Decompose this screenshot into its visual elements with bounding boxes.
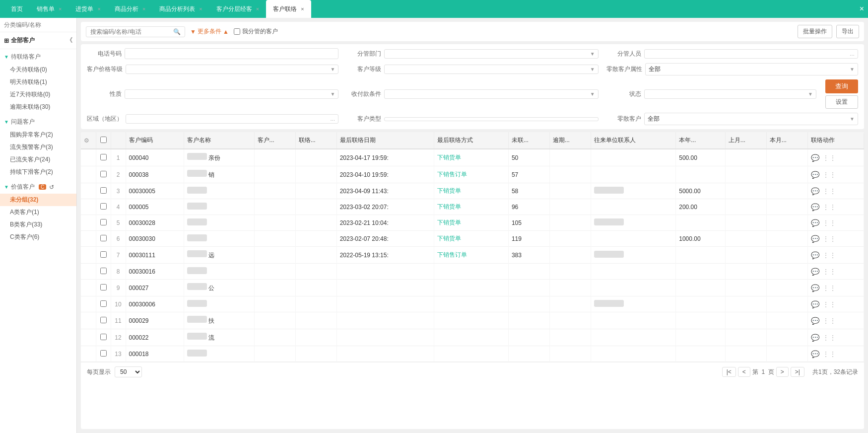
price-level-select[interactable]: ▼: [126, 65, 338, 74]
my-customers-check[interactable]: [234, 28, 240, 35]
last-page-button[interactable]: >|: [791, 367, 804, 377]
section-problem-title[interactable]: ▼ 问题客户: [0, 115, 76, 129]
sidebar-item-ungrouped[interactable]: 未分组(32): [0, 194, 76, 206]
status-select[interactable]: ▼: [644, 89, 816, 99]
td-method-link[interactable]: 下销货单: [437, 219, 461, 226]
row-checkbox-11[interactable]: [100, 334, 107, 340]
action-chat-icon[interactable]: 💬: [811, 251, 819, 259]
sidebar-search-input[interactable]: [4, 21, 77, 28]
zero-attr-select[interactable]: 全部 ▼: [645, 63, 858, 75]
action-grid-icon[interactable]: ⋮⋮: [822, 284, 836, 292]
filter-search-input[interactable]: [90, 28, 171, 35]
more-conditions-button[interactable]: ▼ 更多条件 ▲: [190, 27, 229, 36]
td-method-link[interactable]: 下销货单: [437, 203, 461, 210]
sidebar-item-tomorrow[interactable]: 明天待联络(1): [0, 76, 76, 88]
person-select[interactable]: …: [644, 49, 858, 59]
section-value-title[interactable]: ▼ 价值客户 C ↺: [0, 180, 76, 194]
th-name[interactable]: 客户名称: [184, 132, 254, 149]
sidebar-item-declining[interactable]: 持续下滑客户(2): [0, 166, 76, 178]
row-checkbox-10[interactable]: [100, 317, 107, 323]
sidebar-item-lost[interactable]: 已流失客户(24): [0, 153, 76, 166]
close-purchase-icon[interactable]: ×: [97, 6, 100, 12]
sidebar-collapse-icon[interactable]: 《: [67, 36, 72, 45]
tab-purchase[interactable]: 进货单 ×: [68, 0, 107, 18]
next-page-button[interactable]: >: [776, 367, 789, 377]
sidebar-item-class-c[interactable]: C类客户(6): [0, 231, 76, 243]
sidebar-item-7days[interactable]: 近7天待联络(0): [0, 88, 76, 101]
sidebar-item-overdue[interactable]: 逾期未联络(30): [0, 101, 76, 113]
phone-input[interactable]: [125, 48, 338, 59]
action-chat-icon[interactable]: 💬: [811, 334, 819, 342]
action-chat-icon[interactable]: 💬: [811, 268, 819, 276]
action-chat-icon[interactable]: 💬: [811, 284, 819, 292]
tab-product-analysis[interactable]: 商品分析 ×: [108, 0, 152, 18]
th-code[interactable]: 客户编码: [126, 132, 184, 149]
action-grid-icon[interactable]: ⋮⋮: [822, 300, 836, 308]
area-select[interactable]: …: [126, 114, 338, 124]
action-chat-icon[interactable]: 💬: [811, 203, 819, 211]
action-grid-icon[interactable]: ⋮⋮: [822, 154, 836, 162]
row-checkbox-5[interactable]: [100, 235, 107, 241]
action-chat-icon[interactable]: 💬: [811, 350, 819, 358]
action-grid-icon[interactable]: ⋮⋮: [822, 203, 836, 211]
action-grid-icon[interactable]: ⋮⋮: [822, 187, 836, 195]
th-not-contacted[interactable]: 未联...: [508, 132, 549, 149]
sidebar-item-abnormal[interactable]: 囤购异常客户(2): [0, 129, 76, 141]
zero-customer-select[interactable]: 全部 ▼: [644, 113, 858, 125]
sidebar-item-warning[interactable]: 流失预警客户(3): [0, 141, 76, 153]
tab-home[interactable]: 首页: [4, 0, 30, 18]
filter-search-icon[interactable]: 🔍: [173, 28, 181, 35]
tab-product-analysis-list[interactable]: 商品分析列表 ×: [152, 0, 209, 18]
td-method-link[interactable]: 下销售订单: [437, 251, 467, 258]
action-chat-icon[interactable]: 💬: [811, 171, 819, 179]
row-checkbox-7[interactable]: [100, 268, 107, 274]
prev-page-button[interactable]: <: [738, 367, 750, 377]
query-button[interactable]: 查询: [825, 79, 858, 93]
action-grid-icon[interactable]: ⋮⋮: [822, 334, 836, 342]
th-this-year[interactable]: 本年...: [676, 132, 726, 149]
action-grid-icon[interactable]: ⋮⋮: [822, 317, 836, 325]
close-product-analysis-icon[interactable]: ×: [142, 6, 145, 12]
reset-button[interactable]: 设置: [825, 95, 858, 109]
td-method-link[interactable]: 下销售订单: [437, 171, 467, 178]
td-method-link[interactable]: 下销货单: [437, 235, 461, 242]
action-grid-icon[interactable]: ⋮⋮: [822, 235, 836, 243]
table-settings-icon[interactable]: ⚙: [84, 137, 89, 144]
action-chat-icon[interactable]: 💬: [811, 154, 819, 162]
my-customers-checkbox[interactable]: 我分管的客户: [234, 27, 278, 36]
action-chat-icon[interactable]: 💬: [811, 187, 819, 195]
action-grid-icon[interactable]: ⋮⋮: [822, 171, 836, 179]
action-grid-icon[interactable]: ⋮⋮: [822, 251, 836, 259]
action-chat-icon[interactable]: 💬: [811, 219, 819, 227]
close-customer-contact-icon[interactable]: ×: [301, 6, 304, 12]
customer-level-select[interactable]: ▼: [384, 65, 598, 74]
th-last-month[interactable]: 上月...: [725, 132, 766, 149]
close-customer-segment-icon[interactable]: ×: [256, 6, 259, 12]
th-customer-type[interactable]: 客户...: [254, 132, 295, 149]
th-last-contact-date[interactable]: 最后联络日期: [336, 132, 434, 149]
row-checkbox-2[interactable]: [100, 187, 107, 194]
td-method-link[interactable]: 下销货单: [437, 154, 461, 161]
nav-close-button[interactable]: ×: [860, 4, 864, 13]
th-last-contact-method[interactable]: 最后联络方式: [434, 132, 508, 149]
section-pending-title[interactable]: ▼ 待联络客户: [0, 50, 76, 64]
sidebar-item-class-a[interactable]: A类客户(1): [0, 206, 76, 218]
th-this-month[interactable]: 本月...: [766, 132, 807, 149]
refresh-icon[interactable]: ↺: [49, 184, 54, 191]
th-contact[interactable]: 联络...: [295, 132, 336, 149]
first-page-button[interactable]: |<: [722, 367, 736, 377]
row-checkbox-1[interactable]: [100, 171, 107, 177]
action-chat-icon[interactable]: 💬: [811, 300, 819, 308]
row-checkbox-9[interactable]: [100, 300, 107, 307]
batch-operation-button[interactable]: 批量操作: [798, 25, 832, 38]
sidebar-item-today[interactable]: 今天待联络(0): [0, 64, 76, 76]
th-overdue[interactable]: 逾期...: [549, 132, 591, 149]
sidebar-item-class-b[interactable]: B类客户(33): [0, 218, 76, 231]
row-checkbox-3[interactable]: [100, 203, 107, 210]
row-checkbox-12[interactable]: [100, 350, 107, 357]
sidebar-all-customers[interactable]: ⊞ 全部客户 《: [0, 32, 76, 49]
close-sales-icon[interactable]: ×: [59, 6, 62, 12]
th-company-contact[interactable]: 往来单位联系人: [591, 132, 675, 149]
row-checkbox-0[interactable]: [100, 154, 107, 160]
action-grid-icon[interactable]: ⋮⋮: [822, 350, 836, 358]
